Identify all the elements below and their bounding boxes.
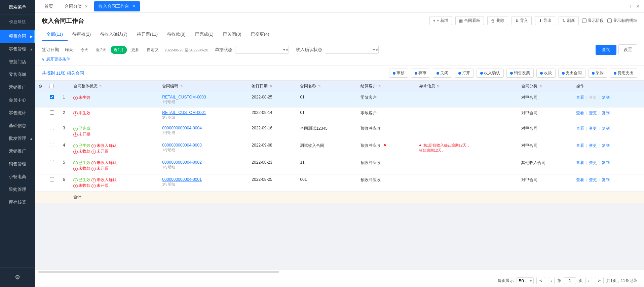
sidebar-item-retail-mgmt[interactable]: 零售管理 ▲: [0, 43, 35, 55]
contract-code-link[interactable]: RETAIL_CUSTOM-0003: [162, 95, 206, 99]
page-number-input[interactable]: [564, 277, 576, 284]
payment-out-btn[interactable]: 支出合同: [558, 69, 585, 78]
sidebar-item-sales-mgmt[interactable]: 销售管理: [0, 158, 35, 170]
op-view[interactable]: 查看: [576, 111, 584, 115]
close-btn[interactable]: ✕: [636, 4, 640, 9]
first-page-btn[interactable]: ⊲: [536, 277, 545, 284]
last-page-btn[interactable]: ⊳: [595, 277, 604, 284]
row-checkbox[interactable]: [50, 126, 54, 130]
tab-close-icon[interactable]: ✕: [85, 4, 88, 8]
expand-conditions-btn[interactable]: ∨ 展开更多条件: [42, 56, 637, 62]
cell-checkbox[interactable]: [46, 123, 58, 140]
sidebar-item-project[interactable]: 项目合同 ▶: [0, 30, 35, 43]
refresh-button[interactable]: ↻ 刷新: [559, 16, 579, 25]
status-tab-pending-income-confirm[interactable]: 待收入确认(7): [96, 29, 132, 41]
col-overall-status[interactable]: 合同整体状态 ⇅: [70, 81, 159, 92]
gear-icon[interactable]: ⚙: [0, 271, 35, 284]
import-button[interactable]: ⬇ 导入: [512, 16, 532, 25]
date-yesterday[interactable]: 昨天: [62, 46, 76, 54]
maximize-btn[interactable]: □: [631, 4, 633, 9]
op-change[interactable]: 变更: [589, 111, 597, 115]
op-copy[interactable]: 复制: [602, 111, 610, 115]
setting-button[interactable]: 设置: [618, 44, 637, 55]
cell-checkbox[interactable]: [46, 174, 58, 192]
op-view[interactable]: 查看: [576, 177, 584, 182]
date-last1month[interactable]: 近1月: [111, 46, 127, 54]
sidebar-search[interactable]: 搜索菜单: [0, 0, 35, 14]
sidebar-quicknav-label[interactable]: 快捷导航: [0, 17, 35, 27]
scrollbar-thumb[interactable]: [38, 271, 279, 273]
purchase-btn[interactable]: 采购: [588, 69, 607, 78]
per-page-select[interactable]: 50 10 20 100: [517, 277, 534, 284]
contract-code-link[interactable]: 0000000000004-0002: [162, 160, 201, 165]
op-copy[interactable]: 复制: [602, 95, 610, 100]
horizontal-scrollbar[interactable]: [35, 269, 644, 274]
row-checkbox[interactable]: [50, 177, 54, 181]
col-sign-date[interactable]: 签订日期 ⇅: [248, 81, 297, 92]
op-change[interactable]: 变更: [589, 143, 597, 148]
contract-code-link[interactable]: RETAIL_CUSTOM-0001: [162, 110, 206, 115]
tab-home[interactable]: 首页: [39, 1, 59, 12]
sidebar-item-member[interactable]: 会员中心: [0, 94, 35, 107]
date-today[interactable]: 今天: [77, 46, 91, 54]
show-stages-input[interactable]: [582, 18, 586, 23]
show-targets-input[interactable]: [607, 18, 612, 23]
minimize-btn[interactable]: —: [623, 4, 628, 9]
row-checkbox[interactable]: [50, 143, 54, 147]
cell-checkbox[interactable]: [46, 108, 58, 123]
table-scroll[interactable]: ⚙ 合同整体状态 ⇅ 合同编码 ⇅ 签订日期 ⇅ 合同名称 ⇅ 结算客户 ⇅ 异…: [35, 81, 644, 269]
tab-contract-category[interactable]: 合同分类 ✕: [59, 1, 93, 12]
op-copy[interactable]: 复制: [602, 143, 610, 148]
sidebar-item-marketing[interactable]: 营销推广: [0, 81, 35, 94]
new-button[interactable]: + + 新增: [429, 16, 452, 25]
export-button[interactable]: ⬆ 导出: [535, 16, 555, 25]
sidebar-item-purchase[interactable]: 采购管理: [0, 183, 35, 196]
sidebar-item-basic-info[interactable]: 基础信息: [0, 119, 35, 132]
date-custom[interactable]: 自定义: [144, 46, 162, 54]
op-change[interactable]: 变更: [589, 160, 597, 165]
cell-checkbox[interactable]: [46, 92, 58, 108]
prev-page-btn[interactable]: ‹: [548, 277, 555, 284]
date-last7days[interactable]: 近7天: [93, 46, 109, 54]
col-contract-code[interactable]: 合同编码 ⇅: [159, 81, 248, 92]
row-checkbox[interactable]: [50, 110, 54, 115]
contract-code-link[interactable]: 0000000000004-0004: [162, 126, 201, 130]
income-confirm-btn[interactable]: 收入确认: [477, 69, 504, 78]
show-targets-checkbox[interactable]: 显示标的明细: [607, 18, 637, 24]
delete-button[interactable]: 🗑 删除: [487, 16, 508, 25]
status-tab-pending-invoice[interactable]: 待开票(11): [132, 29, 162, 41]
op-view[interactable]: 查看: [576, 143, 584, 148]
col-contract-category[interactable]: 合同分类 ⇅: [518, 81, 573, 92]
expense-btn[interactable]: 费用支出: [610, 69, 637, 78]
sidebar-item-retail-stat[interactable]: 零售统计: [0, 107, 35, 119]
status-tab-completed[interactable]: 已完成(1): [190, 29, 218, 41]
contract-code-link[interactable]: 0000000000004-0001: [162, 177, 201, 182]
doc-status-select[interactable]: [235, 46, 289, 54]
sidebar-item-smart-store[interactable]: 智慧门店: [0, 55, 35, 68]
row-checkbox[interactable]: [50, 95, 54, 99]
income-confirm-select[interactable]: [325, 46, 379, 54]
sidebar-item-inventory[interactable]: 库存核算: [0, 196, 35, 209]
status-tab-all[interactable]: 全部(11): [42, 29, 68, 41]
sidebar-item-retail-mall[interactable]: 零售商城: [0, 68, 35, 81]
op-change[interactable]: 变更: [589, 126, 597, 131]
status-tab-pending-review[interactable]: 待审核(2): [68, 29, 96, 41]
next-page-btn[interactable]: ›: [585, 277, 592, 284]
sales-invoice-btn[interactable]: 销售发票: [506, 69, 534, 78]
review-btn[interactable]: 审核: [389, 69, 408, 78]
abandon-btn[interactable]: 弃审: [411, 69, 430, 78]
op-view[interactable]: 查看: [576, 160, 584, 165]
cell-checkbox[interactable]: [46, 157, 58, 174]
close-btn[interactable]: 关闭: [433, 69, 452, 78]
contract-board-button[interactable]: ▦ 合同看板: [455, 16, 484, 25]
op-copy[interactable]: 复制: [602, 126, 610, 131]
col-contract-name[interactable]: 合同名称 ⇅: [297, 81, 357, 92]
date-more[interactable]: 更多: [128, 46, 142, 54]
op-change[interactable]: 变更: [589, 177, 597, 182]
col-error-info[interactable]: 异常信息 ⇅: [416, 81, 518, 92]
tab-income-workbench[interactable]: 收入合同工作台 ✕: [94, 1, 140, 11]
sidebar-item-wholesale-mgmt[interactable]: 批发管理 ▲: [0, 132, 35, 145]
query-button[interactable]: 查询: [596, 45, 616, 55]
op-copy[interactable]: 复制: [602, 160, 610, 165]
sidebar-item-marketing2[interactable]: 营销推广: [0, 145, 35, 158]
